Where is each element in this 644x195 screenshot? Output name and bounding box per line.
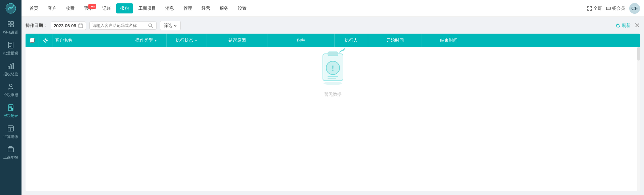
table-body: ! 暂无数据 [26, 47, 640, 191]
content-area: 操作日期： 2023-06-06 筛选 [22, 17, 644, 195]
table-scrollbar[interactable] [637, 47, 640, 191]
svg-rect-12 [12, 63, 13, 69]
empty-text: 暂无数据 [324, 91, 342, 98]
geshui-shenbao-icon [6, 82, 15, 91]
calendar-icon [78, 23, 83, 28]
sidebar-item-geshui-shenbao[interactable]: 个税申报 [0, 79, 22, 100]
fullscreen-button[interactable]: 全屏 [587, 5, 602, 11]
svg-rect-11 [10, 65, 11, 69]
th-tax-type: 税种 [267, 34, 335, 47]
sidebar-logo [0, 0, 22, 17]
th-error-reason: 错误原因 [207, 34, 267, 47]
refresh-icon [616, 23, 620, 28]
sidebar-item-huisuan-jiaona[interactable]: 汇算清缴 [0, 121, 22, 142]
baoshui-zonlan-icon [6, 61, 15, 71]
date-label: 操作日期： [26, 23, 47, 29]
sidebar-item-baoshui-zonlan[interactable]: 报税总览 [0, 58, 22, 79]
th-settings[interactable] [39, 34, 52, 47]
sidebar-item-huisuan-jiaona-label: 汇算清缴 [3, 134, 18, 139]
date-value: 2023-06-06 [54, 23, 76, 28]
svg-rect-4 [8, 25, 10, 27]
topnav-right: 全屏 畅会员 CE [587, 3, 640, 14]
empty-illustration: ! [316, 47, 350, 87]
svg-rect-10 [8, 66, 9, 69]
svg-rect-5 [11, 25, 13, 27]
nav-item-xiaoxi[interactable]: 消息 [161, 3, 178, 13]
svg-text:!: ! [332, 64, 334, 72]
sidebar-item-baoshui-zonlan-label: 报税总览 [3, 72, 18, 77]
table-wrap: 客户名称 操作类型 ▼ 执行状态 ▼ 错误原因 税种 执行人 [26, 34, 640, 191]
search-icon [148, 23, 153, 28]
nav-item-shouye[interactable]: 首页 [26, 3, 42, 13]
th-operation-type: 操作类型 ▼ [126, 34, 167, 47]
th-customer-name: 客户名称 [52, 34, 126, 47]
sidebar: 报税设置 批量报税 报税总览 [0, 0, 22, 195]
baoshui-shezhi-icon [6, 20, 15, 29]
empty-state: ! 暂无数据 [26, 47, 640, 98]
close-button[interactable] [635, 23, 640, 29]
toolbar-right: 刷新 [616, 23, 640, 29]
topnav-items: 首页 客户 收费 票据 new 记账 报税 工商项目 消息 管理 经营 服务 设… [26, 3, 587, 13]
gongshang-nianbao-icon [6, 145, 15, 154]
sidebar-item-gongshang-nianbao-label: 工商年报 [3, 155, 18, 160]
svg-point-1 [10, 7, 12, 9]
member-icon [606, 6, 611, 11]
svg-rect-26 [606, 7, 610, 10]
nav-item-gongshang-xiangmu[interactable]: 工商项目 [134, 3, 160, 13]
filter-label: 筛选 [164, 23, 172, 29]
sidebar-item-geshui-shenbao-label: 个税申报 [3, 92, 18, 98]
avatar[interactable]: CE [629, 3, 640, 14]
sidebar-item-baoshui-jilu-label: 报税记录 [3, 113, 18, 118]
member-button[interactable]: 畅会员 [606, 5, 625, 11]
svg-rect-38 [328, 52, 338, 56]
sidebar-item-gongshang-nianbao[interactable]: 工商年报 [0, 142, 22, 163]
nav-item-fuwu[interactable]: 服务 [216, 3, 232, 13]
nav-item-baoshui[interactable]: 报税 [116, 3, 133, 13]
select-all-checkbox[interactable] [30, 38, 35, 43]
nav-item-shoufei[interactable]: 收费 [62, 3, 79, 13]
toolbar: 操作日期： 2023-06-06 筛选 [26, 21, 640, 30]
scrollbar-thumb[interactable] [637, 47, 640, 61]
nav-item-shezhi[interactable]: 设置 [234, 3, 251, 13]
th-checkbox[interactable] [26, 34, 39, 47]
svg-line-33 [151, 27, 153, 28]
sidebar-item-piliang-baoshui[interactable]: 批量报税 [0, 38, 22, 58]
sidebar-item-baoshui-jilu[interactable]: 报税记录 [0, 100, 22, 121]
refresh-button[interactable]: 刷新 [616, 23, 631, 29]
sidebar-item-baoshui-shezhi[interactable]: 报税设置 [0, 17, 22, 38]
th-end-time: 结束时间 [422, 34, 476, 47]
th-executor: 执行人 [335, 34, 368, 47]
nav-item-guanli[interactable]: 管理 [179, 3, 196, 13]
th-exec-status: 执行状态 ▼ [167, 34, 207, 47]
nav-item-jingying[interactable]: 经营 [198, 3, 214, 13]
svg-point-36 [45, 40, 46, 41]
sort-icon-operation: ▼ [154, 39, 158, 42]
search-input[interactable] [92, 23, 146, 28]
huisuan-jiaona-icon [6, 124, 15, 133]
svg-point-45 [324, 82, 342, 85]
svg-rect-28 [79, 24, 83, 28]
chevron-down-icon [174, 24, 177, 27]
nav-item-jizhang[interactable]: 记账 [98, 3, 115, 13]
fullscreen-icon [587, 6, 592, 11]
svg-rect-24 [8, 148, 13, 152]
svg-point-13 [9, 84, 12, 87]
search-wrap[interactable] [89, 22, 157, 30]
sidebar-item-piliang-baoshui-label: 批量报税 [3, 51, 18, 56]
close-icon [635, 23, 640, 28]
topnav: 首页 客户 收费 票据 new 记账 报税 工商项目 消息 管理 经营 服务 设… [22, 0, 644, 17]
svg-rect-2 [8, 22, 10, 24]
table-header: 客户名称 操作类型 ▼ 执行状态 ▼ 错误原因 税种 执行人 [26, 34, 640, 47]
filter-button[interactable]: 筛选 [160, 21, 181, 30]
date-picker[interactable]: 2023-06-06 [51, 22, 86, 30]
main-area: 首页 客户 收费 票据 new 记账 报税 工商项目 消息 管理 经营 服务 设… [22, 0, 644, 195]
nav-item-piaoju[interactable]: 票据 new [80, 3, 97, 13]
svg-rect-3 [11, 22, 13, 24]
nav-item-kehu[interactable]: 客户 [44, 3, 60, 13]
th-start-time: 开始时间 [368, 34, 422, 47]
sidebar-item-baoshui-shezhi-label: 报税设置 [3, 30, 18, 35]
settings-icon [43, 38, 48, 43]
sort-icon-status: ▼ [195, 39, 198, 42]
piaoju-badge: new [88, 4, 96, 9]
baoshui-jilu-icon [6, 103, 15, 112]
